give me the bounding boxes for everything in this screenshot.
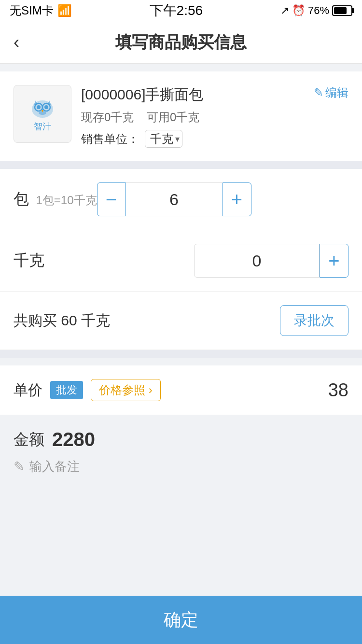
kg-qty-input[interactable] <box>194 244 320 278</box>
unit-select[interactable]: 千克 包 <box>145 130 182 148</box>
svg-point-3 <box>37 105 41 109</box>
kg-input-row: 千克 + <box>0 230 362 292</box>
confirm-button[interactable]: 确定 <box>0 596 362 644</box>
product-name: [0000006]手撕面包 <box>81 85 348 105</box>
wifi-icon: 📶 <box>57 4 72 17</box>
status-bar: 无SIM卡 📶 下午2:56 ↗ ⏰ 76% <box>0 0 362 21</box>
edit-icon: ✎ <box>314 86 323 99</box>
product-unit-row: 销售单位： 千克 包 <box>81 130 348 148</box>
location-icon: ↗ <box>280 4 289 17</box>
price-value: 38 <box>328 380 348 401</box>
kg-qty-control: + <box>194 244 348 278</box>
amount-label: 金额 <box>14 429 44 450</box>
amount-section: 金额 2280 ✎ 输入备注 <box>0 415 362 483</box>
alarm-icon: ⏰ <box>292 4 305 17</box>
bao-sublabel: 1包=10千克 <box>36 194 97 207</box>
product-stock: 现存0千克 可用0千克 <box>81 110 348 125</box>
divider-2 <box>0 350 362 358</box>
price-tag: 批发 <box>50 381 83 399</box>
divider-1 <box>0 161 362 169</box>
nav-bar: ‹ 填写商品购买信息 <box>0 21 362 64</box>
unit-select-wrapper[interactable]: 千克 包 <box>145 130 182 148</box>
price-label: 单价 <box>14 380 42 400</box>
product-card: 智汁 [0000006]手撕面包 现存0千克 可用0千克 销售单位： 千克 包 … <box>0 71 362 161</box>
total-row: 共购买 60 千克 录批次 <box>0 292 362 350</box>
confirm-label: 确定 <box>164 608 198 632</box>
kg-increment-button[interactable]: + <box>320 244 348 278</box>
battery-percent: 76% <box>308 4 329 17</box>
bao-decrement-button[interactable]: − <box>97 182 126 216</box>
product-thumbnail: 智汁 <box>14 85 71 143</box>
note-row[interactable]: ✎ 输入备注 <box>14 458 348 475</box>
status-time: 下午2:56 <box>150 1 203 20</box>
price-section: 单价 批发 价格参照 › 38 <box>0 365 362 415</box>
bao-increment-button[interactable]: + <box>223 182 251 216</box>
total-label: 共购买 60 千克 <box>14 311 110 331</box>
status-right: ↗ ⏰ 76% <box>280 4 352 17</box>
amount-row: 金额 2280 <box>14 429 348 450</box>
note-placeholder: 输入备注 <box>29 458 80 475</box>
product-info: [0000006]手撕面包 现存0千克 可用0千克 销售单位： 千克 包 <box>81 85 348 148</box>
amount-value: 2280 <box>52 429 95 450</box>
battery-icon <box>332 5 352 16</box>
note-icon: ✎ <box>14 459 25 475</box>
bao-qty-input[interactable] <box>126 182 223 216</box>
batch-button[interactable]: 录批次 <box>280 305 348 336</box>
page-title: 填写商品购买信息 <box>115 31 247 54</box>
bao-input-section: 包 1包=10千克 − + 千克 + 共购买 60 千克 录批次 <box>0 169 362 350</box>
bao-input-row: 包 1包=10千克 − + <box>0 169 362 230</box>
edit-button[interactable]: ✎ 编辑 <box>314 85 348 100</box>
carrier-label: 无SIM卡 <box>10 3 54 18</box>
status-left: 无SIM卡 📶 <box>10 3 72 18</box>
product-logo: 智汁 <box>28 96 57 132</box>
bao-qty-control: − + <box>97 182 251 216</box>
svg-point-4 <box>44 105 48 109</box>
back-button[interactable]: ‹ <box>14 32 19 53</box>
price-ref-button[interactable]: 价格参照 › <box>91 379 161 401</box>
bao-label-group: 包 1包=10千克 <box>14 189 97 210</box>
bao-label: 包 <box>14 190 29 208</box>
kg-label: 千克 <box>14 250 194 271</box>
